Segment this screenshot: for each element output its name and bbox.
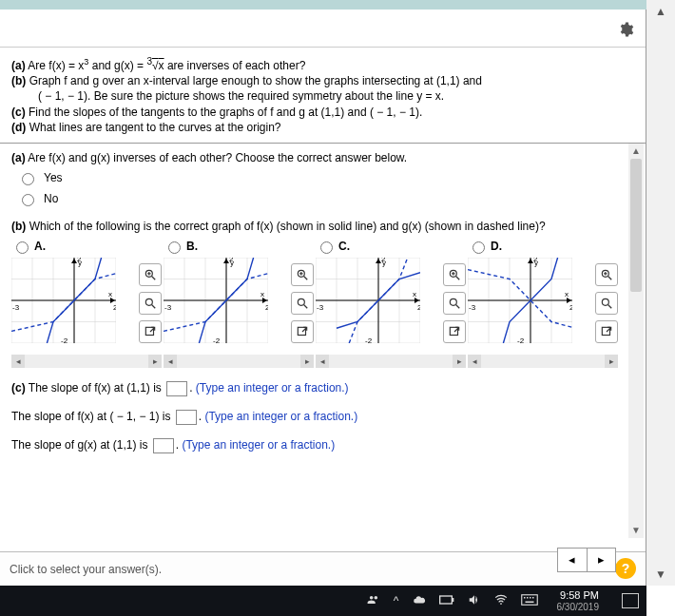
top-toolbar (0, 0, 646, 10)
svg-rect-120 (525, 601, 533, 603)
chevron-up-icon[interactable]: ^ (394, 594, 399, 607)
graph-option-b: B. 2-32-2yx ◂ ▸ (164, 239, 314, 368)
svg-text:x: x (565, 290, 569, 298)
help-button[interactable]: ? (615, 558, 636, 579)
svg-point-25 (145, 298, 152, 305)
hscroll-left[interactable]: ◂ (468, 355, 481, 368)
zoom-in-icon[interactable] (595, 263, 618, 286)
slope1-hint: (Type an integer or a fraction.) (196, 381, 349, 395)
svg-text:2: 2 (417, 303, 420, 312)
part-a-text3: are inverses of each other? (164, 59, 306, 72)
radio-yes[interactable] (22, 173, 34, 185)
svg-text:x: x (260, 290, 264, 298)
zoom-in-icon[interactable] (291, 263, 314, 286)
browser-scrollbar[interactable]: ▲ ▼ (646, 0, 675, 586)
part-b-line1: Graph f and g over an x-interval large e… (29, 74, 482, 87)
wifi-icon[interactable] (494, 593, 508, 609)
slope1-input[interactable] (166, 381, 187, 396)
scroll-down-arrow[interactable]: ▼ (628, 523, 644, 538)
hscroll-right[interactable]: ▸ (605, 355, 618, 368)
popout-icon[interactable] (443, 320, 466, 343)
part-a-text1: Are f(x) = x (28, 59, 84, 72)
svg-rect-118 (530, 597, 531, 599)
page-nav: ◂ ▸ (557, 548, 616, 572)
zoom-in-icon[interactable] (443, 263, 466, 286)
svg-point-114 (500, 603, 502, 605)
header-row (0, 10, 646, 48)
hscroll-right[interactable]: ▸ (148, 355, 162, 368)
people-icon[interactable] (367, 593, 380, 609)
sound-icon[interactable] (468, 593, 481, 609)
radio-graph-c[interactable] (320, 241, 333, 254)
clock[interactable]: 9:58 PM 6/30/2019 (551, 589, 600, 611)
radio-graph-a[interactable] (16, 241, 29, 254)
hscroll-left[interactable]: ◂ (11, 355, 25, 368)
graph-hscroll[interactable]: ◂ ▸ (11, 355, 162, 368)
svg-text:-3: -3 (12, 303, 20, 312)
battery-icon[interactable] (439, 594, 454, 607)
part-d-label: (d) (11, 121, 26, 134)
slope3-pre: The slope of g(x) at (1,1) is (11, 438, 151, 452)
windows-taskbar: ^ 9:58 PM 6/30/2019 (0, 586, 646, 616)
nav-next[interactable]: ▸ (588, 549, 616, 571)
popout-icon[interactable] (595, 320, 618, 343)
svg-text:x: x (108, 290, 112, 298)
popout-icon[interactable] (139, 320, 162, 343)
zoom-icon[interactable] (443, 292, 466, 315)
radio-no[interactable] (22, 194, 34, 206)
part-c-text: Find the slopes of the tangents to the g… (29, 106, 422, 119)
footer: Click to select your answer(s). ? (0, 551, 646, 586)
browser-scroll-down[interactable]: ▼ (646, 563, 675, 586)
slope3-input[interactable] (153, 438, 174, 453)
svg-line-26 (152, 305, 156, 309)
keyboard-icon[interactable] (521, 594, 538, 608)
graph-hscroll[interactable]: ◂ ▸ (164, 355, 314, 368)
zoom-icon[interactable] (139, 292, 162, 315)
footer-text: Click to select your answer(s). (10, 563, 162, 576)
qa-b-label: (b) (11, 220, 26, 233)
nav-prev[interactable]: ◂ (558, 549, 588, 571)
hscroll-left[interactable]: ◂ (316, 355, 329, 368)
cloud-icon[interactable] (413, 593, 426, 609)
svg-text:2: 2 (113, 303, 116, 312)
scroll-up-arrow[interactable]: ▲ (628, 144, 644, 159)
radio-graph-b[interactable] (168, 241, 181, 254)
svg-text:-3: -3 (164, 303, 172, 312)
zoom-in-icon[interactable] (139, 263, 162, 286)
svg-text:2: 2 (569, 303, 572, 312)
svg-text:y: y (230, 259, 234, 267)
notifications-icon[interactable] (622, 593, 639, 608)
scroll-thumb[interactable] (630, 159, 642, 292)
graph-hscroll[interactable]: ◂ ▸ (316, 355, 466, 368)
slope3-hint: (Type an integer or a fraction.) (182, 438, 335, 452)
part-b-line2: ( − 1, − 1). Be sure the picture shows t… (11, 88, 634, 104)
svg-rect-27 (145, 327, 153, 335)
hscroll-right[interactable]: ▸ (300, 355, 314, 368)
qa-c-label: (c) (11, 381, 26, 395)
graph-option-d: D. 2-32-2yx ◂ ▸ (468, 239, 618, 368)
slope2-input[interactable] (176, 410, 197, 425)
svg-point-53 (298, 298, 304, 305)
vertical-scrollbar[interactable]: ▲ ▼ (628, 144, 644, 538)
svg-text:-3: -3 (469, 303, 476, 312)
svg-rect-116 (524, 597, 526, 599)
svg-text:-2: -2 (517, 337, 525, 343)
graph-option-c: C. 2-32-2yx ◂ ▸ (316, 239, 466, 368)
radio-graph-d[interactable] (472, 241, 485, 254)
popout-icon[interactable] (291, 320, 314, 343)
svg-line-82 (456, 305, 460, 309)
svg-rect-119 (532, 597, 534, 599)
part-b-label: (b) (11, 74, 26, 87)
svg-rect-113 (453, 598, 453, 602)
clock-date: 6/30/2019 (557, 602, 600, 612)
slope2-hint: (Type an integer or a fraction.) (204, 410, 357, 423)
hscroll-left[interactable]: ◂ (164, 355, 177, 368)
svg-text:2: 2 (265, 303, 268, 312)
browser-scroll-up[interactable]: ▲ (646, 0, 675, 23)
graph-hscroll[interactable]: ◂ ▸ (468, 355, 618, 368)
hscroll-right[interactable]: ▸ (453, 355, 466, 368)
zoom-icon[interactable] (595, 292, 618, 315)
gear-icon[interactable] (617, 21, 634, 38)
zoom-icon[interactable] (291, 292, 314, 315)
svg-rect-111 (602, 327, 609, 335)
